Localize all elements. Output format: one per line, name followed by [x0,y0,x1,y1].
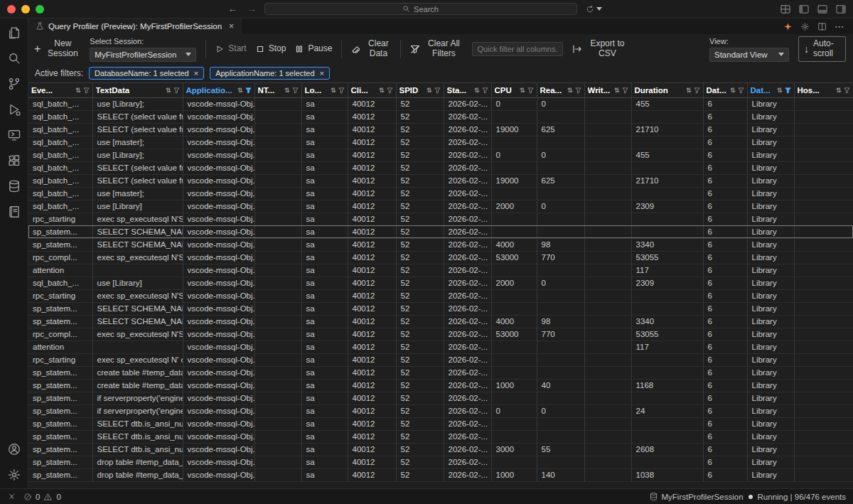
grid-cell[interactable]: 40012 [348,289,396,302]
grid-cell[interactable]: 6 [703,392,747,404]
grid-cell[interactable]: 52 [396,302,444,315]
start-button[interactable]: Start [215,44,246,54]
grid-cell[interactable]: sql_batch_... [28,97,92,110]
grid-cell[interactable]: Library [747,213,794,225]
grid-row[interactable]: sp_statem...SELECT dtb.is_ansi_null_d...… [28,417,853,430]
grid-cell[interactable]: sa [301,123,348,136]
grid-cell[interactable]: 6 [703,213,747,225]
grid-cell[interactable] [794,289,853,302]
grid-cell[interactable]: 4000 [491,238,537,251]
grid-cell[interactable]: 52 [396,417,444,430]
grid-cell[interactable]: Library [747,277,794,289]
grid-cell[interactable]: 52 [396,404,444,417]
grid-cell[interactable]: drop table #temp_data_ret... [92,456,183,468]
grid-cell[interactable]: 52 [396,443,444,456]
grid-cell[interactable]: 53055 [631,328,703,341]
grid-row[interactable]: sp_statem...if serverproperty('enginee..… [28,392,853,404]
grid-cell[interactable] [254,315,301,328]
grid-cell[interactable] [491,417,537,430]
grid-cell[interactable]: sa [301,149,348,161]
grid-cell[interactable]: Library [747,456,794,468]
grid-cell[interactable]: 52 [396,161,444,174]
column-header-4[interactable]: Lo...⇅ [301,83,348,97]
grid-cell[interactable]: sql_batch_... [28,277,92,289]
grid-row[interactable]: sql_batch_...use [Library];vscode-mssql-… [28,149,853,161]
grid-cell[interactable]: Library [747,430,794,443]
grid-cell[interactable]: 6 [703,187,747,200]
grid-cell[interactable] [584,136,631,149]
grid-cell[interactable]: 2026-02-... [444,315,491,328]
grid-cell[interactable] [794,149,853,161]
new-session-button[interactable]: + New Session [34,39,80,59]
grid-cell[interactable]: 52 [396,174,444,187]
filter-funnel-icon[interactable] [245,87,252,94]
grid-cell[interactable] [254,264,301,277]
grid-cell[interactable]: exec sp_executesql N'SEL... [92,213,183,225]
grid-cell[interactable] [537,187,584,200]
grid-cell[interactable]: vscode-mssql-Obj... [183,149,254,161]
settings-gear-icon[interactable] [800,22,810,31]
grid-cell[interactable]: Library [747,353,794,366]
grid-cell[interactable]: 40 [537,379,584,392]
grid-row[interactable]: sql_batch_...SELECT (select value from .… [28,174,853,187]
grid-cell[interactable] [491,289,537,302]
grid-cell[interactable]: vscode-mssql-Obj... [183,123,254,136]
grid-cell[interactable]: 21710 [631,174,703,187]
grid-cell[interactable]: 2026-02-... [444,187,491,200]
grid-cell[interactable] [794,174,853,187]
grid-row[interactable]: sql_batch_...use [Library]vscode-mssql-O… [28,200,853,213]
grid-cell[interactable]: 625 [537,174,584,187]
grid-cell[interactable]: use [Library]; [92,97,183,110]
extensions-icon[interactable] [6,153,22,168]
column-header-6[interactable]: SPID⇅ [396,83,444,97]
grid-cell[interactable] [584,366,631,379]
grid-cell[interactable] [254,149,301,161]
grid-cell[interactable]: 40012 [348,123,396,136]
grid-row[interactable]: sql_batch_...SELECT (select value from .… [28,161,853,174]
grid-cell[interactable] [254,136,301,149]
grid-cell[interactable]: sql_batch_... [28,110,92,123]
grid-cell[interactable]: 6 [703,251,747,264]
grid-row[interactable]: sp_statem...drop table #temp_data_ret...… [28,456,853,468]
grid-cell[interactable]: SELECT dtb.is_ansi_null_d... [92,430,183,443]
grid-cell[interactable]: rpc_compl... [28,328,92,341]
grid-cell[interactable]: attention [28,341,92,353]
grid-cell[interactable]: sp_statem... [28,404,92,417]
grid-cell[interactable]: 98 [537,315,584,328]
grid-cell[interactable]: sp_statem... [28,417,92,430]
grid-cell[interactable]: vscode-mssql-Obj... [183,213,254,225]
grid-cell[interactable] [254,277,301,289]
remove-filter-icon[interactable]: × [320,69,324,77]
split-editor-icon[interactable] [817,22,827,31]
grid-cell[interactable] [584,277,631,289]
grid-cell[interactable]: 2026-02-... [444,379,491,392]
column-header-0[interactable]: Eve...⇅ [28,83,92,97]
column-header-14[interactable]: Hos...⇅ [794,83,853,97]
grid-cell[interactable]: vscode-mssql-Obj... [183,302,254,315]
grid-cell[interactable]: Library [747,366,794,379]
grid-cell[interactable]: 2026-02-... [444,302,491,315]
grid-row[interactable]: attentionvscode-mssql-Obj...sa4001252202… [28,341,853,353]
sort-icon[interactable]: ⇅ [730,87,736,94]
filter-funnel-icon[interactable] [83,87,90,94]
grid-cell[interactable]: sa [301,264,348,277]
grid-cell[interactable] [631,136,703,149]
grid-cell[interactable]: 2026-02-... [444,289,491,302]
grid-cell[interactable]: sql_batch_... [28,136,92,149]
grid-row[interactable]: sp_statem...create table #temp_data_r...… [28,366,853,379]
grid-cell[interactable] [794,302,853,315]
filter-funnel-icon[interactable] [527,87,534,94]
grid-cell[interactable]: exec sp_executesql N'SEL... [92,251,183,264]
grid-cell[interactable]: 19000 [491,123,537,136]
sort-icon[interactable]: ⇅ [331,87,336,94]
grid-cell[interactable]: Library [747,468,794,481]
grid-cell[interactable]: 2026-02-... [444,110,491,123]
grid-cell[interactable]: 52 [396,315,444,328]
filter-funnel-icon[interactable] [434,87,441,94]
grid-cell[interactable] [537,289,584,302]
grid-cell[interactable]: 40012 [348,277,396,289]
grid-cell[interactable]: 2026-02-... [444,251,491,264]
column-header-7[interactable]: Sta...⇅ [444,83,491,97]
grid-cell[interactable]: rpc_compl... [28,251,92,264]
grid-cell[interactable]: vscode-mssql-Obj... [183,404,254,417]
